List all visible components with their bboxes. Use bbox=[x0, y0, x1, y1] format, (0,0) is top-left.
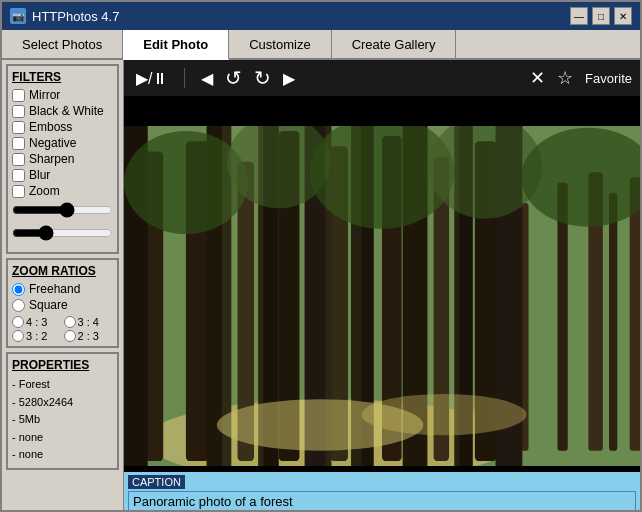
action-group: ✕ ☆ Favorite bbox=[526, 65, 632, 91]
ratio-3x2-item: 3 : 2 bbox=[12, 330, 62, 342]
photo-display bbox=[124, 96, 640, 472]
app-icon: 📷 bbox=[10, 8, 26, 24]
ratio-3x4-radio[interactable] bbox=[64, 316, 76, 328]
filter-sharpen-label: Sharpen bbox=[29, 152, 74, 166]
ratio-freehand-label: Freehand bbox=[29, 282, 80, 296]
filter-blur-label: Blur bbox=[29, 168, 50, 182]
contrast-slider-container bbox=[12, 225, 113, 244]
title-bar-left: 📷 HTTPhotos 4.7 bbox=[10, 8, 119, 24]
filter-sharpen-checkbox[interactable] bbox=[12, 153, 25, 166]
tab-select-photos[interactable]: Select Photos bbox=[2, 30, 123, 58]
toolbar-divider-1 bbox=[184, 68, 185, 88]
properties-section: PROPERTIES - Forest - 5280x2464 - 5Mb - … bbox=[6, 352, 119, 470]
photo-top-padding bbox=[124, 96, 640, 126]
filter-emboss-checkbox[interactable] bbox=[12, 121, 25, 134]
ratio-freehand-row: Freehand bbox=[12, 282, 113, 296]
brightness-slider-container bbox=[12, 202, 113, 221]
filter-zoom: Zoom bbox=[12, 184, 113, 198]
ratio-2x3-radio[interactable] bbox=[64, 330, 76, 342]
filter-emboss-label: Emboss bbox=[29, 120, 72, 134]
ratio-3x4-item: 3 : 4 bbox=[64, 316, 114, 328]
filter-zoom-checkbox[interactable] bbox=[12, 185, 25, 198]
ratio-3x2-radio[interactable] bbox=[12, 330, 24, 342]
prev-button[interactable]: ◀ bbox=[197, 67, 217, 90]
forest-svg bbox=[124, 126, 640, 466]
filter-negative-checkbox[interactable] bbox=[12, 137, 25, 150]
app-title: HTTPhotos 4.7 bbox=[32, 9, 119, 24]
ratio-2x3-label: 2 : 3 bbox=[78, 330, 99, 342]
svg-rect-32 bbox=[325, 126, 361, 466]
play-pause-button[interactable]: ▶/⏸ bbox=[132, 67, 172, 90]
caption-input[interactable] bbox=[128, 491, 636, 512]
ratio-4x3-item: 4 : 3 bbox=[12, 316, 62, 328]
next-button[interactable]: ▶ bbox=[279, 67, 299, 90]
ratio-4x3-radio[interactable] bbox=[12, 316, 24, 328]
filter-emboss: Emboss bbox=[12, 120, 113, 134]
property-extra2: - none bbox=[12, 446, 113, 464]
ratio-2x3-item: 2 : 3 bbox=[64, 330, 114, 342]
svg-rect-33 bbox=[428, 126, 459, 466]
photo-area: ▶/⏸ ◀ ↺ ↻ ▶ ✕ ☆ Favorite bbox=[124, 60, 640, 512]
filter-mirror: Mirror bbox=[12, 88, 113, 102]
photo-toolbar: ▶/⏸ ◀ ↺ ↻ ▶ ✕ ☆ Favorite bbox=[124, 60, 640, 96]
filter-mirror-label: Mirror bbox=[29, 88, 60, 102]
tab-customize[interactable]: Customize bbox=[229, 30, 331, 58]
left-panel: FILTERS Mirror Black & White Emboss Nega… bbox=[2, 60, 124, 512]
ratio-square-label: Square bbox=[29, 298, 68, 312]
property-name: - Forest bbox=[12, 376, 113, 394]
favorite-star-icon[interactable]: ☆ bbox=[553, 65, 577, 91]
ratio-3x2-label: 3 : 2 bbox=[26, 330, 47, 342]
playback-group: ▶/⏸ bbox=[132, 67, 172, 90]
property-extra1: - none bbox=[12, 429, 113, 447]
tab-edit-photo[interactable]: Edit Photo bbox=[123, 30, 229, 60]
filters-title: FILTERS bbox=[12, 70, 113, 84]
filter-negative: Negative bbox=[12, 136, 113, 150]
properties-title: PROPERTIES bbox=[12, 358, 113, 372]
nav-group: ◀ ↺ ↻ ▶ bbox=[197, 64, 299, 92]
title-bar: 📷 HTTPhotos 4.7 — □ ✕ bbox=[2, 2, 640, 30]
nav-bar: Select Photos Edit Photo Customize Creat… bbox=[2, 30, 640, 60]
ratio-square-row: Square bbox=[12, 298, 113, 312]
rotate-left-button[interactable]: ↺ bbox=[221, 64, 246, 92]
property-size: - 5Mb bbox=[12, 411, 113, 429]
tab-create-gallery[interactable]: Create Gallery bbox=[332, 30, 457, 58]
zoom-ratios-section: ZOOM RATIOS Freehand Square 4 : 3 3 : 4 bbox=[6, 258, 119, 348]
svg-rect-6 bbox=[609, 193, 617, 451]
favorite-label: Favorite bbox=[585, 71, 632, 86]
filter-zoom-label: Zoom bbox=[29, 184, 60, 198]
svg-rect-31 bbox=[222, 126, 263, 466]
ratio-4x3-label: 4 : 3 bbox=[26, 316, 47, 328]
filter-black-white-checkbox[interactable] bbox=[12, 105, 25, 118]
maximize-button[interactable]: □ bbox=[592, 7, 610, 25]
filter-blur-checkbox[interactable] bbox=[12, 169, 25, 182]
minimize-button[interactable]: — bbox=[570, 7, 588, 25]
title-bar-controls: — □ ✕ bbox=[570, 7, 632, 25]
caption-label: CAPTION bbox=[128, 475, 185, 489]
filters-section: FILTERS Mirror Black & White Emboss Nega… bbox=[6, 64, 119, 254]
photo-image bbox=[124, 126, 640, 466]
ratio-square-radio[interactable] bbox=[12, 299, 25, 312]
window-close-button[interactable]: ✕ bbox=[614, 7, 632, 25]
close-photo-button[interactable]: ✕ bbox=[526, 65, 549, 91]
photo-bottom-padding bbox=[124, 466, 640, 472]
brightness-slider[interactable] bbox=[12, 202, 113, 218]
ratio-3x4-label: 3 : 4 bbox=[78, 316, 99, 328]
filter-black-white-label: Black & White bbox=[29, 104, 104, 118]
filter-mirror-checkbox[interactable] bbox=[12, 89, 25, 102]
ratio-freehand-radio[interactable] bbox=[12, 283, 25, 296]
filter-black-white: Black & White bbox=[12, 104, 113, 118]
filter-blur: Blur bbox=[12, 168, 113, 182]
property-dimensions: - 5280x2464 bbox=[12, 394, 113, 412]
contrast-slider[interactable] bbox=[12, 225, 113, 241]
caption-area: CAPTION bbox=[124, 472, 640, 512]
filter-sharpen: Sharpen bbox=[12, 152, 113, 166]
zoom-ratios-title: ZOOM RATIOS bbox=[12, 264, 113, 278]
rotate-right-button[interactable]: ↻ bbox=[250, 64, 275, 92]
properties-list: - Forest - 5280x2464 - 5Mb - none - none bbox=[12, 376, 113, 464]
zoom-ratios-grid: 4 : 3 3 : 4 3 : 2 2 : 3 bbox=[12, 316, 113, 342]
filter-negative-label: Negative bbox=[29, 136, 76, 150]
main-content: FILTERS Mirror Black & White Emboss Nega… bbox=[2, 60, 640, 512]
svg-rect-7 bbox=[630, 177, 640, 450]
